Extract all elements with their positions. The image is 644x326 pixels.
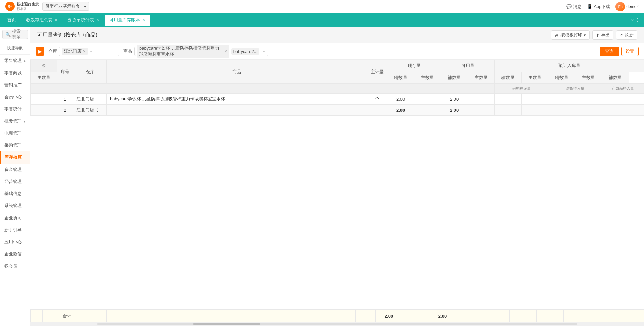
total-production-main xyxy=(590,310,617,322)
inventory-table: ⚙ 序号 仓库 商品 主计量 现存量 可用量 预计入库量 主数量 辅数量 xyxy=(30,60,644,116)
settings-button[interactable]: 设置 xyxy=(621,47,639,56)
logo-sub: 标准版 xyxy=(17,7,39,11)
tab-home[interactable]: 首页 xyxy=(3,15,21,26)
warehouse-filter-group: 仓库 江北门店 ✕ ··· xyxy=(48,47,119,56)
refresh-button[interactable]: ↻ 刷新 xyxy=(616,30,637,40)
print-label: 按模板打印 xyxy=(560,32,582,38)
tab-receivable-close[interactable]: ✕ xyxy=(54,18,58,22)
filter-actions: 查询 设置 xyxy=(600,47,639,56)
message-button[interactable]: 💬 消息 xyxy=(566,4,582,10)
sidebar-item-ecommerce[interactable]: 电商管理 xyxy=(0,127,30,139)
sidebar-item-enterprise[interactable]: 企业协同 xyxy=(0,212,30,224)
search-input[interactable]: 🔍 搜索菜单 xyxy=(2,30,28,39)
sidebar-item-wholesale-arrow: ▼ xyxy=(23,120,26,123)
row1-unit: 个 xyxy=(367,94,387,105)
table-body: 1 江北门店 babycare学饮杯 儿童防摔防撞吸管杯重力球吸嘴杯宝宝水杯 个… xyxy=(31,94,644,116)
content-area: 可用量查询(按仓库+商品) 🖨 按模板打印 ▾ ⬆ 导出 ↻ 刷新 ▶ xyxy=(30,27,644,326)
sidebar-item-newbie[interactable]: 新手引导 xyxy=(0,224,30,236)
filter-expand-button[interactable]: ▶ xyxy=(36,47,44,56)
page-actions: 🖨 按模板打印 ▾ ⬆ 导出 ↻ 刷新 xyxy=(551,30,637,40)
message-label: 消息 xyxy=(573,4,582,10)
sidebar-item-basic[interactable]: 基础信息 xyxy=(0,188,30,200)
row1-incoming-aux xyxy=(575,94,602,105)
row1-purchase-transit-main xyxy=(495,94,522,105)
search-placeholder: 搜索菜单 xyxy=(12,28,25,40)
print-icon: 🖨 xyxy=(555,33,559,38)
sidebar-item-retail-mall[interactable]: 零售商城 xyxy=(0,67,30,79)
product-tag-1-close[interactable]: ✕ xyxy=(224,49,227,54)
th-purchase-transit-main: 主数量 xyxy=(468,72,495,84)
query-button[interactable]: 查询 xyxy=(600,47,619,56)
chevron-down-icon: ▾ xyxy=(84,4,86,9)
home-tab-label: 首页 xyxy=(7,17,16,23)
warehouse-tag-close[interactable]: ✕ xyxy=(83,49,86,54)
tab-available[interactable]: 可用量库存账本 ✕ xyxy=(105,15,150,26)
sidebar-item-operations-label: 经营管理 xyxy=(4,179,22,185)
sidebar-item-finance-label: 资金管理 xyxy=(4,167,22,173)
product-tag-2: babycare?... xyxy=(231,48,260,55)
top-bar-right: 💬 消息 📱 App下载 Ea demo2 xyxy=(566,2,639,11)
horizontal-scrollbar[interactable] xyxy=(30,322,644,326)
export-button[interactable]: ⬆ 导出 xyxy=(592,30,613,40)
sidebar-item-vip[interactable]: 畅会员 xyxy=(0,260,30,272)
th-incoming-aux: 辅数量 xyxy=(548,72,575,84)
scroll-thumb[interactable] xyxy=(193,323,260,325)
sidebar-item-inventory-label: 库存核算 xyxy=(4,154,22,160)
row2-purchase-transit-main xyxy=(495,105,522,116)
sidebar-item-wholesale-label: 批发管理 xyxy=(4,118,22,124)
product-filter-input[interactable]: babycare学饮杯 儿童防摔防撞吸管杯重力球吸嘴杯宝宝水杯 ✕ babyca… xyxy=(134,47,268,56)
export-label: 导出 xyxy=(601,32,610,38)
maximize-icon[interactable]: ⛶ xyxy=(637,18,641,23)
row2-current-aux xyxy=(414,105,441,116)
sidebar-item-purchase-label: 采购管理 xyxy=(4,142,22,148)
print-arrow-icon: ▾ xyxy=(584,33,586,38)
user-profile[interactable]: Ea demo2 xyxy=(615,2,639,11)
warehouse-filter-input[interactable]: 江北门店 ✕ ··· xyxy=(59,47,119,56)
sidebar-item-member-label: 会员中心 xyxy=(4,94,22,100)
th-planned-in: 预计入库量 xyxy=(495,60,644,72)
sidebar-item-member[interactable]: 会员中心 xyxy=(0,91,30,103)
sidebar-item-system[interactable]: 系统管理 xyxy=(0,200,30,212)
row2-available-main: 2.00 xyxy=(441,105,468,116)
warehouse-ellipsis[interactable]: ··· xyxy=(90,49,94,54)
tab-receivable[interactable]: 收发存汇总表 ✕ xyxy=(21,15,62,26)
sidebar-item-inventory[interactable]: 库存核算 xyxy=(0,151,30,164)
column-settings-icon[interactable]: ⚙ xyxy=(42,63,46,68)
sidebar-item-finance[interactable]: 资金管理 xyxy=(0,164,30,176)
sidebar-item-retail[interactable]: 零售管理 ▲ xyxy=(0,55,30,67)
th-incoming-main: 主数量 xyxy=(522,72,548,84)
total-product-spacer xyxy=(107,310,356,322)
sidebar-item-marketing[interactable]: 营销推广 xyxy=(0,79,30,91)
sidebar-item-operations[interactable]: 经营管理 xyxy=(0,176,30,188)
app-download-button[interactable]: 📱 App下载 xyxy=(587,4,610,10)
product-tag-1: babycare学饮杯 儿童防摔防撞吸管杯重力球吸嘴杯宝宝水杯 ✕ xyxy=(137,45,229,58)
sidebar-item-apps[interactable]: 应用中心 xyxy=(0,236,30,248)
sidebar-item-retail-arrow: ▲ xyxy=(23,59,26,63)
subheader-production: 产成品待入量 xyxy=(602,84,644,94)
sidebar-item-wechat[interactable]: 企业微信 xyxy=(0,248,30,260)
sidebar: 🔍 搜索菜单 快捷导航 零售管理 ▲ 零售商城 营销推广 会员中心 零售统计 批… xyxy=(0,27,30,326)
quick-nav-button[interactable]: 快捷导航 xyxy=(0,42,30,55)
page-header: 可用量查询(按仓库+商品) 🖨 按模板打印 ▾ ⬆ 导出 ↻ 刷新 xyxy=(30,27,644,43)
th-settings: ⚙ xyxy=(31,60,57,72)
total-incoming-main xyxy=(537,310,564,322)
row2-purchase-transit-aux xyxy=(522,105,548,116)
product-ellipsis[interactable]: ··· xyxy=(261,49,265,54)
print-button[interactable]: 🖨 按模板打印 ▾ xyxy=(551,30,590,40)
sidebar-item-retail-stats[interactable]: 零售统计 xyxy=(0,103,30,115)
tab-available-close[interactable]: ✕ xyxy=(142,18,145,22)
tab-requisition[interactable]: 要货单统计表 ✕ xyxy=(63,15,104,26)
sidebar-item-purchase[interactable]: 采购管理 xyxy=(0,139,30,151)
th-current-stock: 现存量 xyxy=(387,60,441,72)
scroll-track xyxy=(97,323,577,325)
th-current-main-qty: 主数量 xyxy=(31,72,57,84)
tab-requisition-close[interactable]: ✕ xyxy=(96,18,99,22)
sidebar-item-newbie-label: 新手引导 xyxy=(4,227,22,233)
row2-num: 2 xyxy=(57,105,73,116)
avatar: Ea xyxy=(615,2,625,11)
sidebar-item-wholesale[interactable]: 批发管理 ▼ xyxy=(0,115,30,127)
row2-production-main xyxy=(602,105,629,116)
industry-selector[interactable]: 母婴行业演示账套 ▾ xyxy=(42,2,89,11)
tab-bar: 首页 收发存汇总表 ✕ 要货单统计表 ✕ 可用量库存账本 ✕ ✕ ⛶ xyxy=(0,13,644,27)
close-window-icon[interactable]: ✕ xyxy=(631,18,634,23)
